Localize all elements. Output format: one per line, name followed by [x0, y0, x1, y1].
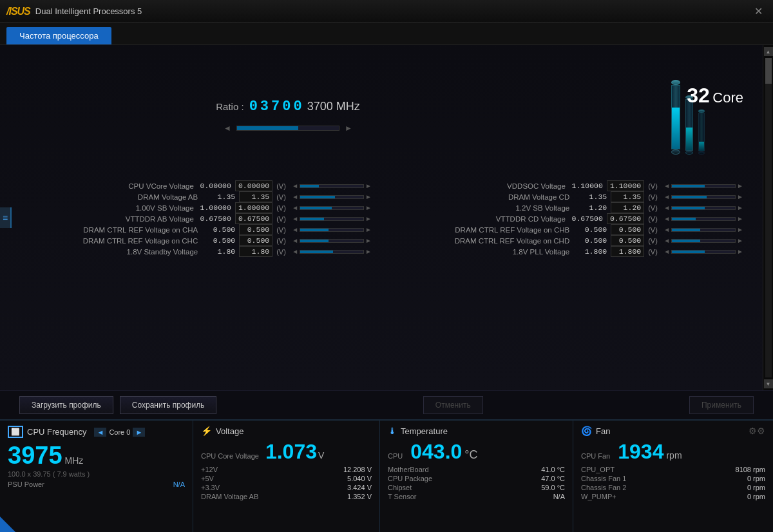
close-button[interactable]: ✕ [750, 4, 767, 19]
scrollbar[interactable]: ▲ ▼ [763, 45, 773, 390]
setting-row: VTTDDR AB Voltage 0.67500 0.67500 (V) ◄ … [26, 213, 372, 224]
mini-track[interactable] [671, 228, 736, 232]
mini-track[interactable] [300, 217, 364, 221]
mini-slider[interactable]: ◄ ► [292, 204, 372, 211]
mini-slider[interactable]: ◄ ► [663, 204, 743, 211]
setting-val2[interactable]: 1.35 [239, 191, 272, 202]
slider-right-arrow[interactable]: ► [342, 122, 355, 134]
core-prev-button[interactable]: ◄ [94, 428, 106, 437]
mini-right-arrow[interactable]: ► [365, 215, 372, 222]
mini-track[interactable] [300, 195, 364, 199]
setting-val2[interactable]: 0.500 [239, 224, 272, 235]
scroll-track[interactable] [765, 58, 772, 377]
load-profile-button[interactable]: Загрузить профиль [19, 396, 113, 414]
mini-left-arrow[interactable]: ◄ [663, 204, 670, 211]
setting-val2[interactable]: 1.10000 [607, 180, 644, 191]
mini-left-arrow[interactable]: ◄ [663, 182, 670, 189]
mini-left-arrow[interactable]: ◄ [663, 226, 670, 233]
save-profile-button[interactable]: Сохранить профиль [120, 396, 217, 414]
cancel-button: Отменить [423, 396, 483, 414]
setting-val2[interactable]: 0.67500 [607, 213, 644, 224]
mini-right-arrow[interactable]: ► [365, 204, 372, 211]
setting-unit: (V) [276, 204, 288, 212]
mini-left-arrow[interactable]: ◄ [292, 204, 298, 211]
mini-right-arrow[interactable]: ► [737, 226, 743, 233]
mini-right-arrow[interactable]: ► [365, 182, 372, 189]
mini-track[interactable] [671, 206, 736, 210]
cpu-frequency-panel: ⬜ CPU Frequency ◄ Core 0 ► 3975 MHz 100.… [0, 421, 193, 532]
mini-track[interactable] [671, 250, 736, 254]
mini-left-arrow[interactable]: ◄ [663, 215, 670, 222]
mini-slider[interactable]: ◄ ► [663, 182, 743, 189]
tab-cpu-frequency[interactable]: Частота процессора [6, 27, 111, 44]
setting-label: DRAM Voltage AB [26, 193, 198, 201]
mini-right-arrow[interactable]: ► [365, 248, 372, 255]
mini-slider[interactable]: ◄ ► [292, 237, 372, 244]
chassis-fan2-label: Chassis Fan 2 [581, 484, 626, 491]
core-next-button[interactable]: ► [133, 428, 145, 437]
setting-val2[interactable]: 1.00000 [235, 202, 272, 213]
slider-left-arrow[interactable]: ◄ [221, 122, 234, 134]
setting-val2[interactable]: 0.500 [239, 235, 272, 246]
mini-left-arrow[interactable]: ◄ [292, 182, 298, 189]
setting-row: DRAM CTRL REF Voltage on CHD 0.500 0.500… [397, 235, 743, 246]
mini-track[interactable] [671, 239, 736, 243]
mini-slider[interactable]: ◄ ► [663, 248, 743, 255]
setting-val2[interactable]: 0.67500 [235, 213, 272, 224]
mini-slider[interactable]: ◄ ► [292, 193, 372, 200]
mini-slider[interactable]: ◄ ► [292, 182, 372, 189]
temp-list: MotherBoard 41.0 °C CPU Package 47.0 °C … [388, 466, 565, 500]
mini-right-arrow[interactable]: ► [737, 193, 743, 200]
setting-val2[interactable]: 1.80 [239, 246, 272, 257]
mini-left-arrow[interactable]: ◄ [292, 248, 298, 255]
mini-slider[interactable]: ◄ ► [663, 226, 743, 233]
mini-right-arrow[interactable]: ► [365, 237, 372, 244]
setting-val2[interactable]: 0.500 [611, 235, 644, 246]
mini-track[interactable] [300, 184, 364, 188]
mini-track[interactable] [300, 206, 364, 210]
psu-label: PSU Power [8, 480, 44, 488]
mini-slider[interactable]: ◄ ► [663, 237, 743, 244]
mini-left-arrow[interactable]: ◄ [292, 237, 298, 244]
mini-left-arrow[interactable]: ◄ [292, 215, 298, 222]
mini-track[interactable] [671, 217, 736, 221]
scroll-down-button[interactable]: ▼ [764, 379, 773, 388]
list-item: CPU_OPT 8108 rpm [581, 466, 765, 473]
fan-settings-icon[interactable]: ⚙⚙ [749, 426, 765, 436]
mini-slider[interactable]: ◄ ► [663, 193, 743, 200]
mini-track[interactable] [300, 239, 364, 243]
cpu-freq-value: 3975 [8, 443, 62, 468]
setting-val2[interactable]: 1.20 [611, 202, 644, 213]
mini-slider[interactable]: ◄ ► [292, 226, 372, 233]
mini-left-arrow[interactable]: ◄ [663, 248, 670, 255]
tsensor-value: N/A [553, 493, 565, 500]
mini-right-arrow[interactable]: ► [737, 215, 743, 222]
mini-right-arrow[interactable]: ► [737, 248, 743, 255]
scroll-thumb[interactable] [765, 58, 772, 84]
mini-slider[interactable]: ◄ ► [292, 248, 372, 255]
mini-right-arrow[interactable]: ► [365, 193, 372, 200]
cpu-icon: ⬜ [8, 426, 23, 438]
setting-val2[interactable]: 0.00000 [235, 180, 272, 191]
mini-right-arrow[interactable]: ► [737, 204, 743, 211]
mini-left-arrow[interactable]: ◄ [292, 226, 298, 233]
setting-val2[interactable]: 0.500 [611, 224, 644, 235]
setting-val2[interactable]: 1.800 [611, 246, 644, 257]
sidebar-toggle[interactable]: ≡ [0, 207, 12, 228]
mini-right-arrow[interactable]: ► [365, 226, 372, 233]
mini-track[interactable] [300, 250, 364, 254]
ratio-slider[interactable] [236, 126, 339, 131]
mini-slider[interactable]: ◄ ► [292, 215, 372, 222]
setting-val1: 1.35 [573, 193, 607, 201]
mini-left-arrow[interactable]: ◄ [663, 237, 670, 244]
mini-slider[interactable]: ◄ ► [663, 215, 743, 222]
scroll-up-button[interactable]: ▲ [764, 47, 773, 56]
mini-left-arrow[interactable]: ◄ [663, 193, 670, 200]
mini-right-arrow[interactable]: ► [737, 237, 743, 244]
mini-track[interactable] [671, 184, 736, 188]
mini-left-arrow[interactable]: ◄ [292, 193, 298, 200]
mini-track[interactable] [671, 195, 736, 199]
setting-val2[interactable]: 1.35 [611, 191, 644, 202]
mini-track[interactable] [300, 228, 364, 232]
mini-right-arrow[interactable]: ► [737, 182, 743, 189]
